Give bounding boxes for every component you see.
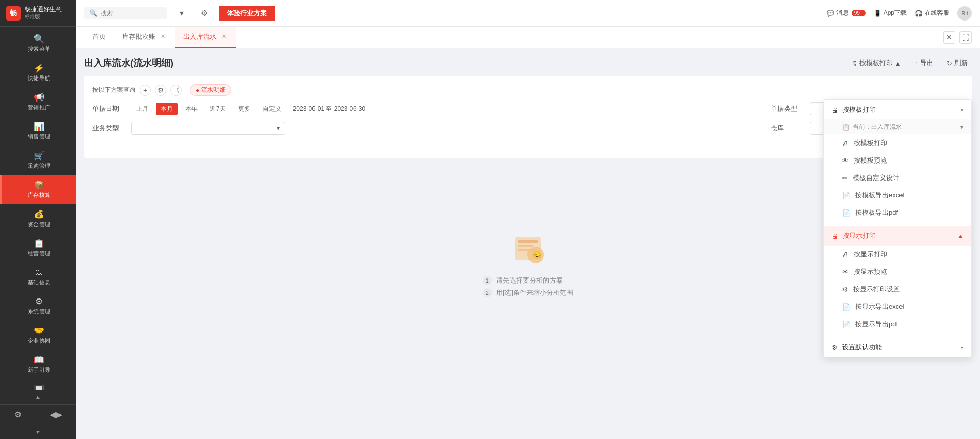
pdf-sub-icon: 📄 [842, 209, 850, 217]
search-input[interactable] [101, 10, 162, 17]
date-btn-7days[interactable]: 近7天 [205, 103, 230, 115]
sidebar-item-guide[interactable]: 📖新手引导 [0, 350, 76, 379]
filter-header: 按以下方案查询 + ⚙ 《 ● 流水明细 [92, 84, 964, 96]
sidebar-item-search-menu[interactable]: 🔍搜索菜单 [0, 29, 76, 58]
date-range-display: 2023-06-01 至 2023-06-30 [293, 105, 365, 113]
sidebar-item-label: 销售管理 [28, 133, 50, 141]
message-button[interactable]: 💬 消息 99+ [827, 9, 866, 17]
divider-2 [824, 335, 971, 335]
export-button[interactable]: ↑ 导出 [911, 56, 938, 70]
search-menu-icon: 🔍 [34, 34, 44, 44]
print-template-button[interactable]: 🖨 按模板打印 ▲ [847, 56, 906, 70]
svg-rect-1 [518, 240, 538, 243]
sidebar-item-label: 库存核算 [28, 191, 50, 199]
industry-solution-button[interactable]: 体验行业方案 [219, 6, 275, 21]
sidebar-item-enterprise[interactable]: 🤝企业协同 [0, 321, 76, 350]
display-print-item[interactable]: 🖨 按显示打印 [824, 246, 971, 263]
current-template-row: 📋 当前：出入库流水 ▾ [824, 119, 971, 134]
settings-icon[interactable]: ⚙ [14, 410, 22, 420]
tab-flow[interactable]: 出入库流水 ✕ [175, 27, 236, 48]
sidebar-nav: 🔍搜索菜单⚡快捷导航📢营销推广📊销售管理🛒采购管理📦库存核算💰资金管理📋经营管理… [0, 27, 76, 390]
display-preview-item[interactable]: 👁 按显示预览 [824, 263, 971, 281]
template-export-excel-item[interactable]: 📄 按模板导出excel [824, 187, 971, 204]
sidebar-item-label: 搜索菜单 [28, 45, 50, 53]
settings-gear-icon[interactable]: ⚙ [196, 5, 212, 22]
add-filter-button[interactable]: + [140, 85, 151, 96]
tabs-bar-actions: ✕ ⛶ [943, 31, 972, 44]
step-2-number: 2 [483, 288, 492, 297]
search-icon: 🔍 [89, 9, 97, 17]
sidebar-item-operations[interactable]: 📋经营管理 [0, 233, 76, 263]
sidebar-item-label: 企业协同 [28, 337, 50, 345]
sidebar-item-purchase[interactable]: 🛒采购管理 [0, 146, 76, 175]
app-download-button[interactable]: 📱 App下载 [874, 9, 907, 17]
phone-icon: 📱 [874, 10, 881, 17]
content-area: 出入库流水(流水明细) 🖨 按模板打印 ▲ ↑ 导出 ↻ 刷新 [76, 48, 980, 439]
sales-icon: 📊 [34, 122, 44, 131]
date-btn-prev-month[interactable]: 上月 [131, 103, 153, 115]
quick-nav-icon: ⚡ [34, 63, 44, 73]
dropdown-arrow-icon[interactable]: ▾ [173, 5, 190, 22]
sidebar-item-sales[interactable]: 📊销售管理 [0, 116, 76, 146]
default-func-icon: ⚙ [832, 344, 838, 351]
display-print-sub-icon: 🖨 [842, 251, 849, 258]
tab-home[interactable]: 首页 [84, 27, 114, 48]
collapse-sidebar-icon[interactable]: ◀▶ [50, 410, 62, 420]
template-custom-design-item[interactable]: ✏ 模板自定义设计 [824, 169, 971, 187]
tag-icon: ● [195, 87, 199, 94]
online-service-button[interactable]: 🎧 在线客服 [915, 9, 949, 17]
finance-icon: 💰 [34, 209, 44, 219]
collapse-filter-icon[interactable]: 《 [170, 85, 182, 96]
config-filter-icon[interactable]: ⚙ [155, 85, 166, 96]
logo-badge: 标准版 [25, 13, 62, 21]
guide-icon: 📖 [34, 355, 44, 365]
logo-icon: 畅 [6, 6, 21, 21]
display-print-settings-item[interactable]: ⚙ 按显示打印设置 [824, 281, 971, 298]
refresh-button[interactable]: ↻ 刷新 [943, 56, 972, 70]
template-print-item[interactable]: 🖨 按模板打印 [824, 134, 971, 152]
sidebar-bottom: ⚙ ◀▶ [0, 404, 76, 425]
display-export-excel-item[interactable]: 📄 按显示导出excel [824, 298, 971, 315]
sidebar-logo: 畅 畅捷通好生意 标准版 [0, 0, 76, 27]
sidebar-item-label: 营销推广 [28, 104, 50, 111]
tabs-bar: 首页 库存批次账 ✕ 出入库流水 ✕ ✕ ⛶ [76, 27, 980, 48]
sidebar-item-finance[interactable]: 💰资金管理 [0, 204, 76, 233]
sidebar-item-marketing[interactable]: 📢营销推广 [0, 87, 76, 116]
sidebar-scroll-up[interactable]: ▲ [35, 392, 41, 402]
sidebar-item-inventory[interactable]: 📦库存核算 [0, 175, 76, 204]
sidebar-item-system[interactable]: ⚙系统管理 [0, 291, 76, 321]
sidebar-item-quick-nav[interactable]: ⚡快捷导航 [0, 58, 76, 87]
maximize-tab-icon[interactable]: ⛶ [959, 31, 972, 44]
sidebar-item-label: 资金管理 [28, 221, 50, 228]
sidebar-item-app-center[interactable]: 🔲应用中心 [0, 379, 76, 390]
template-preview-item[interactable]: 👁 按模板预览 [824, 152, 971, 169]
close-batch-account-tab-icon[interactable]: ✕ [159, 33, 167, 41]
sidebar-scroll-down[interactable]: ▼ [35, 427, 41, 437]
flow-detail-tag[interactable]: ● 流水明细 [190, 84, 231, 96]
date-btn-year[interactable]: 本年 [181, 103, 202, 115]
sidebar-item-label: 经营管理 [28, 250, 50, 257]
export-icon: ↑ [915, 59, 918, 67]
template-export-pdf-item[interactable]: 📄 按模板导出pdf [824, 204, 971, 222]
topbar: 🔍 ▾ ⚙ 体验行业方案 💬 消息 99+ 📱 App下载 🎧 在线客服 R [76, 0, 980, 27]
close-tab-icon[interactable]: ✕ [943, 31, 955, 44]
display-export-pdf-item[interactable]: 📄 按显示导出pdf [824, 315, 971, 333]
print-sub-icon: 🖨 [842, 139, 849, 147]
display-eye-sub-icon: 👁 [842, 268, 849, 276]
sidebar-item-basic-info[interactable]: 🗂基础信息 [0, 263, 76, 291]
topbar-search-box[interactable]: 🔍 [84, 7, 167, 19]
user-avatar[interactable]: Rit [957, 6, 972, 21]
date-btn-custom[interactable]: 自定义 [258, 103, 286, 115]
biz-type-select[interactable]: ▾ [131, 122, 285, 135]
tab-batch-account[interactable]: 库存批次账 ✕ [114, 27, 175, 48]
display-print-section-header[interactable]: 🖨 按显示打印 ▲ [824, 226, 971, 246]
default-function-item[interactable]: ⚙ 设置默认功能 ▾ [824, 337, 971, 357]
display-excel-sub-icon: 📄 [842, 303, 850, 311]
close-flow-tab-icon[interactable]: ✕ [220, 33, 228, 41]
template-print-section-header[interactable]: 🖨 按模板打印 ▾ [824, 100, 971, 119]
main-area: 🔍 ▾ ⚙ 体验行业方案 💬 消息 99+ 📱 App下载 🎧 在线客服 R [76, 0, 980, 439]
date-btn-more[interactable]: 更多 [233, 103, 255, 115]
chevron-up-icon: ▲ [895, 59, 901, 67]
warehouse-label: 仓库 [771, 124, 801, 133]
date-btn-current-month[interactable]: 本月 [156, 103, 178, 115]
